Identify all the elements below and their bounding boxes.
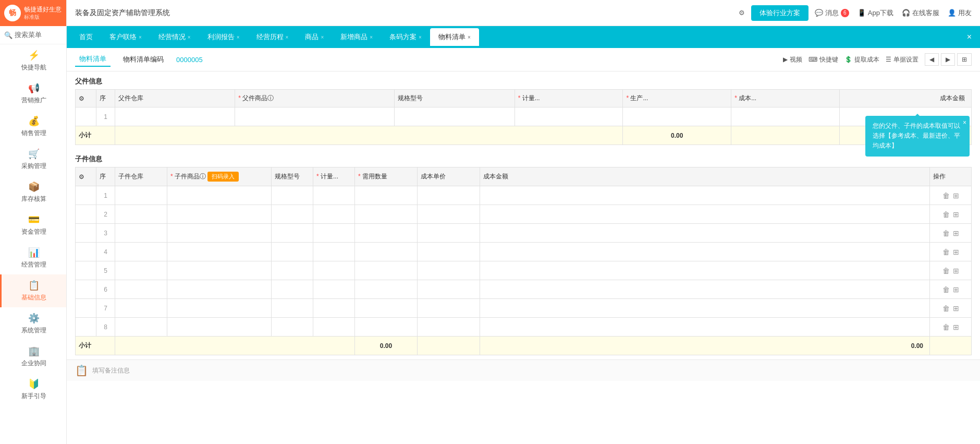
close-icon[interactable]: × xyxy=(370,34,373,40)
child-row4-need-qty[interactable] xyxy=(355,243,418,261)
tab-bom[interactable]: 物料清单 × xyxy=(430,28,479,46)
parent-col-settings[interactable]: ⚙ xyxy=(76,90,96,107)
child-row1-warehouse[interactable] xyxy=(115,186,167,205)
child-row5-spec[interactable] xyxy=(272,261,313,280)
notes-text[interactable]: 填写备注信息 xyxy=(92,366,130,375)
extract-cost-action[interactable]: 💲 提取成本 xyxy=(844,55,879,64)
child-row7-unit[interactable] xyxy=(313,299,355,318)
copy-icon[interactable]: ⊞ xyxy=(953,285,959,294)
child-row6-warehouse[interactable] xyxy=(115,280,167,299)
child-row7-unit-cost[interactable] xyxy=(418,299,480,318)
child-row3-unit-cost[interactable] xyxy=(418,224,480,243)
copy-icon[interactable]: ⊞ xyxy=(953,304,959,313)
parent-row1-produce[interactable] xyxy=(623,107,731,126)
tab-operations[interactable]: 经营情况 × xyxy=(150,28,199,46)
delete-icon[interactable]: 🗑 xyxy=(942,323,950,331)
child-row6-goods[interactable] xyxy=(167,280,272,299)
parent-row1-warehouse[interactable] xyxy=(115,107,235,126)
child-row1-need-qty[interactable] xyxy=(355,186,418,205)
child-row1-unit-cost[interactable] xyxy=(418,186,480,205)
child-row3-need-qty[interactable] xyxy=(355,224,418,243)
child-row5-unit-cost[interactable] xyxy=(418,261,480,280)
tab-profit[interactable]: 利润报告 × xyxy=(199,28,248,46)
child-row4-spec[interactable] xyxy=(272,243,313,261)
video-action[interactable]: ▶ 视频 xyxy=(783,55,802,64)
delete-icon[interactable]: 🗑 xyxy=(942,229,950,237)
delete-icon[interactable]: 🗑 xyxy=(942,304,950,313)
child-row4-unit[interactable] xyxy=(313,243,355,261)
child-row5-goods[interactable] xyxy=(167,261,272,280)
child-row1-unit[interactable] xyxy=(313,186,355,205)
close-icon[interactable]: × xyxy=(321,34,324,40)
child-row6-unit-cost[interactable] xyxy=(418,280,480,299)
child-row4-goods[interactable] xyxy=(167,243,272,261)
child-row6-spec[interactable] xyxy=(272,280,313,299)
sidebar-item-basic-info[interactable]: 📋 基础信息 xyxy=(0,274,66,307)
settings-icon[interactable]: ⚙ xyxy=(739,9,745,17)
delete-icon[interactable]: 🗑 xyxy=(942,210,950,219)
child-row4-unit-cost[interactable] xyxy=(418,243,480,261)
close-icon[interactable]: × xyxy=(419,34,422,40)
child-row7-goods[interactable] xyxy=(167,299,272,318)
user-action[interactable]: 👤 用友 xyxy=(948,8,972,18)
shortcut-action[interactable]: ⌨ 快捷键 xyxy=(808,55,838,64)
sidebar-item-guide[interactable]: 🔰 新手引导 xyxy=(0,373,66,406)
next-page-btn[interactable]: ▶ xyxy=(941,53,955,66)
copy-icon[interactable]: ⊞ xyxy=(953,248,959,256)
messages-action[interactable]: 💬 消息 6 xyxy=(815,8,849,18)
parent-row1-cost[interactable] xyxy=(731,107,840,126)
tab-customer[interactable]: 客户联络 × xyxy=(101,28,150,46)
tab-barcode[interactable]: 条码方案 × xyxy=(381,28,430,46)
copy-icon[interactable]: ⊞ xyxy=(953,210,959,219)
search-menu[interactable]: 🔍 搜索菜单 xyxy=(0,26,66,44)
child-row8-unit-cost[interactable] xyxy=(418,318,480,337)
child-row8-goods[interactable] xyxy=(167,318,272,337)
close-icon[interactable]: × xyxy=(286,34,289,40)
sidebar-item-marketing[interactable]: 📢 营销推广 xyxy=(0,77,66,110)
close-icon[interactable]: × xyxy=(188,34,191,40)
child-row8-unit[interactable] xyxy=(313,318,355,337)
sidebar-item-inventory[interactable]: 📦 库存核算 xyxy=(0,176,66,209)
delete-icon[interactable]: 🗑 xyxy=(942,267,950,275)
child-row4-warehouse[interactable] xyxy=(115,243,167,261)
sidebar-item-quick-nav[interactable]: ⚡ 快捷导航 xyxy=(0,44,66,77)
child-row1-spec[interactable] xyxy=(272,186,313,205)
prev-page-btn[interactable]: ◀ xyxy=(925,53,939,66)
child-row3-unit[interactable] xyxy=(313,224,355,243)
sub-nav-code-label[interactable]: 物料清单编码 xyxy=(119,53,168,66)
child-row2-need-qty[interactable] xyxy=(355,205,418,224)
close-icon[interactable]: × xyxy=(237,34,240,40)
child-col-settings[interactable]: ⚙ xyxy=(76,167,96,186)
close-icon[interactable]: × xyxy=(139,34,142,40)
child-row2-goods[interactable] xyxy=(167,205,272,224)
child-row6-unit[interactable] xyxy=(313,280,355,299)
tab-goods[interactable]: 商品 × xyxy=(297,28,332,46)
parent-row1-qty[interactable] xyxy=(514,107,623,126)
sidebar-item-sales[interactable]: 💰 销售管理 xyxy=(0,110,66,143)
parent-row1-goods[interactable] xyxy=(235,107,395,126)
grid-view-btn[interactable]: ⊞ xyxy=(957,53,972,66)
child-row5-unit[interactable] xyxy=(313,261,355,280)
child-row3-spec[interactable] xyxy=(272,224,313,243)
sidebar-item-system[interactable]: ⚙️ 系统管理 xyxy=(0,307,66,340)
trial-button[interactable]: 体验行业方案 xyxy=(751,5,808,21)
sidebar-item-purchase[interactable]: 🛒 采购管理 xyxy=(0,143,66,176)
child-row6-need-qty[interactable] xyxy=(355,280,418,299)
child-row7-spec[interactable] xyxy=(272,299,313,318)
child-row8-spec[interactable] xyxy=(272,318,313,337)
child-row8-need-qty[interactable] xyxy=(355,318,418,337)
delete-icon[interactable]: 🗑 xyxy=(942,191,950,200)
child-row7-need-qty[interactable] xyxy=(355,299,418,318)
doc-settings-action[interactable]: ☰ 单据设置 xyxy=(886,55,918,64)
child-row2-unit[interactable] xyxy=(313,205,355,224)
close-all-tabs[interactable]: × xyxy=(963,32,976,42)
child-row5-warehouse[interactable] xyxy=(115,261,167,280)
child-row3-warehouse[interactable] xyxy=(115,224,167,243)
sidebar-item-enterprise[interactable]: 🏢 企业协同 xyxy=(0,340,66,373)
delete-icon[interactable]: 🗑 xyxy=(942,248,950,256)
child-row8-warehouse[interactable] xyxy=(115,318,167,337)
child-row2-spec[interactable] xyxy=(272,205,313,224)
close-icon[interactable]: × xyxy=(468,34,471,40)
tooltip-close-btn[interactable]: × xyxy=(963,118,966,128)
sidebar-item-operations[interactable]: 📊 经营管理 xyxy=(0,242,66,274)
